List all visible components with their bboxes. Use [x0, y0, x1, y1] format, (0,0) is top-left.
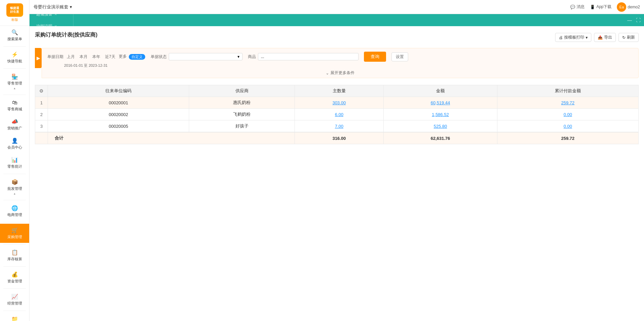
sidebar-divider [3, 174, 26, 174]
shortcut-last-month[interactable]: 上月 [65, 54, 76, 60]
wholesale-icon: 📦 [11, 179, 18, 185]
shortcut-last-7days[interactable]: 近7天 [104, 54, 117, 60]
sidebar-item-quicknav[interactable]: ⚡ 快捷导航 [0, 48, 29, 67]
row-qty[interactable]: 7.00 [295, 120, 384, 132]
filter-section: 单据日期 上月 本月 本年 近7天 更多 自定义 单据状态 [42, 48, 639, 78]
table-header-row: ⚙ 往来单位编码 供应商 主数量 金额 累计付款金额 [35, 85, 639, 97]
row-amount[interactable]: 525.80 [383, 120, 497, 132]
row-qty[interactable]: 6.00 [295, 109, 384, 120]
sidebar-item-operation[interactable]: 📈 经营管理 [0, 290, 29, 309]
sidebar-item-retail[interactable]: 🏪 零售管理 ▲ [0, 70, 29, 93]
retailstat-icon: 📊 [11, 157, 18, 163]
sidebar-item-wholesale[interactable]: 📦 批发管理 ▲ [0, 175, 29, 199]
sidebar-item-purchase[interactable]: 🛒 采购管理 [0, 224, 29, 243]
logo-image: 畅捷通好生意 [6, 3, 23, 17]
tab-funcdesc[interactable]: 功能说明✕ [32, 20, 73, 26]
export-icon: 📤 [598, 35, 603, 40]
tab-close-overstock[interactable]: ✕ [54, 14, 57, 16]
goods-placeholder: ... [261, 54, 264, 59]
query-button[interactable]: 查询 [364, 52, 386, 62]
sidebar-item-retailmall[interactable]: 🛍 零售商城 [0, 96, 29, 115]
filter-row: 单据日期 上月 本月 本年 近7天 更多 自定义 单据状态 [47, 52, 633, 62]
sidebar-item-search[interactable]: 🔍 搜索菜单 [0, 26, 29, 45]
col-amount: 金额 [383, 85, 497, 97]
tab-label-overstock: 超储预警 [36, 14, 52, 17]
expand-more-btn[interactable]: ⌄ 展开更多条件 [47, 70, 633, 76]
gear-icon[interactable]: ⚙ [39, 88, 44, 94]
sidebar-item-mktpromo[interactable]: 📣 营销推广 [0, 115, 29, 134]
row-code: 00020002 [48, 109, 189, 120]
sidebar-item-basic[interactable]: 📁 基础信息 [0, 312, 29, 321]
goods-select[interactable]: ... [258, 53, 359, 60]
col-paid: 累计付款金额 [497, 85, 638, 97]
shortcut-this-year[interactable]: 本年 [91, 54, 102, 60]
row-amount[interactable]: 60,519.44 [383, 97, 497, 109]
row-supplier: 飞鹤奶粉 [189, 109, 295, 120]
inventory-icon: 📋 [11, 249, 18, 256]
page-header-actions: 🖨 按模板打印 ▾ 📤 导出 ↻ 刷新 [555, 33, 639, 42]
topbar: 母婴行业演示账套 ▾ 💬 消息 📱 App下载 Ea demo2 [30, 0, 644, 14]
sidebar-divider [3, 266, 26, 267]
filter-container: ▶ 单据日期 上月 本月 本年 近7天 更多 自定义 [35, 48, 639, 81]
print-button[interactable]: 🖨 按模板打印 ▾ [555, 33, 591, 42]
sidebar-divider [3, 311, 26, 311]
tabbar: 首页收发存汇总表✕要货单统计表✕可用量库存账本✕保质期查询✕超储预警✕功能说明✕… [30, 14, 644, 26]
tab-label-funcdesc: 功能说明 [36, 23, 52, 26]
page-header-row: 采购订单统计表(按供应商) 🖨 按模板打印 ▾ 📤 导出 ↻ 刷新 [35, 32, 639, 43]
tab-close-funcdesc[interactable]: ✕ [54, 24, 57, 26]
goods-filter-field: 商品 ... [248, 53, 359, 60]
sidebar-label-purchase: 采购管理 [7, 234, 22, 239]
sidebar-item-ecommerce[interactable]: 🌐 电商管理 [0, 202, 29, 221]
shortcut-more[interactable]: 更多 [119, 54, 127, 60]
footer-qty: 316.00 [295, 132, 384, 144]
row-paid[interactable]: 259.72 [497, 97, 638, 109]
user-name: demo2 [628, 5, 640, 9]
table-settings-col[interactable]: ⚙ [35, 85, 48, 97]
expand-down-icon: ⌄ [326, 71, 329, 75]
user-profile[interactable]: Ea demo2 [617, 2, 640, 12]
sidebar-item-finance[interactable]: 💰 资金管理 [0, 268, 29, 287]
dropdown-arrow-icon: ▾ [70, 4, 72, 9]
row-qty[interactable]: 303.00 [295, 97, 384, 109]
filter-toggle-button[interactable]: ▶ [35, 48, 42, 68]
export-button[interactable]: 📤 导出 [594, 33, 616, 42]
logo-subtitle: 标版 [11, 17, 18, 22]
goods-label: 商品 [248, 54, 256, 60]
sidebar-item-member[interactable]: 👤 会员中心 [0, 134, 29, 153]
date-label: 单据日期 [47, 54, 63, 60]
shortcut-this-month[interactable]: 本月 [78, 54, 89, 60]
tab-minimize-icon[interactable]: — [627, 17, 633, 23]
sidebar-label-wholesale: 批发管理 [7, 186, 22, 191]
tab-maximize-icon[interactable]: ⛶ [635, 17, 641, 23]
row-supplier: 惠氏奶粉 [189, 97, 295, 109]
status-label: 单据状态 [151, 54, 167, 60]
account-dropdown[interactable]: 母婴行业演示账套 ▾ [34, 4, 72, 10]
sidebar-label-retail: 零售管理 [7, 81, 22, 86]
refresh-icon: ↻ [622, 35, 626, 40]
date-shortcuts: 上月 本月 本年 近7天 更多 [65, 54, 127, 60]
row-amount[interactable]: 1,586.52 [383, 109, 497, 120]
sidebar-label-search: 搜索菜单 [7, 37, 22, 42]
row-paid[interactable]: 0.00 [497, 109, 638, 120]
tabbar-actions: — ⛶ [627, 17, 641, 23]
data-table: ⚙ 往来单位编码 供应商 主数量 金额 累计付款金额 1 00020001 惠氏… [35, 85, 639, 144]
setting-button[interactable]: 设置 [391, 52, 408, 61]
sidebar-item-inventory[interactable]: 📋 库存核算 [0, 246, 29, 265]
footer-paid: 259.72 [497, 132, 638, 144]
app-download-btn[interactable]: 📱 App下载 [590, 4, 611, 10]
message-label: 消息 [577, 4, 585, 10]
sidebar-divider [3, 244, 26, 245]
refresh-button[interactable]: ↻ 刷新 [619, 33, 639, 42]
status-select[interactable]: ▾ [169, 53, 243, 60]
sidebar-label-ecommerce: 电商管理 [7, 212, 22, 217]
tab-overstock[interactable]: 超储预警✕ [32, 14, 73, 20]
date-filter-field: 单据日期 上月 本月 本年 近7天 更多 自定义 [47, 54, 145, 60]
row-paid[interactable]: 0.00 [497, 120, 638, 132]
sidebar-label-quicknav: 快捷导航 [7, 59, 22, 64]
row-code: 00020005 [48, 120, 189, 132]
footer-label: 合计 [48, 132, 295, 144]
custom-date-tag[interactable]: 自定义 [129, 54, 145, 60]
message-btn[interactable]: 💬 消息 [570, 4, 585, 10]
table-row: 3 00020005 好孩子 7.00 525.80 0.00 [35, 120, 639, 132]
sidebar-item-retailstat[interactable]: 📊 零售统计 [0, 153, 29, 172]
